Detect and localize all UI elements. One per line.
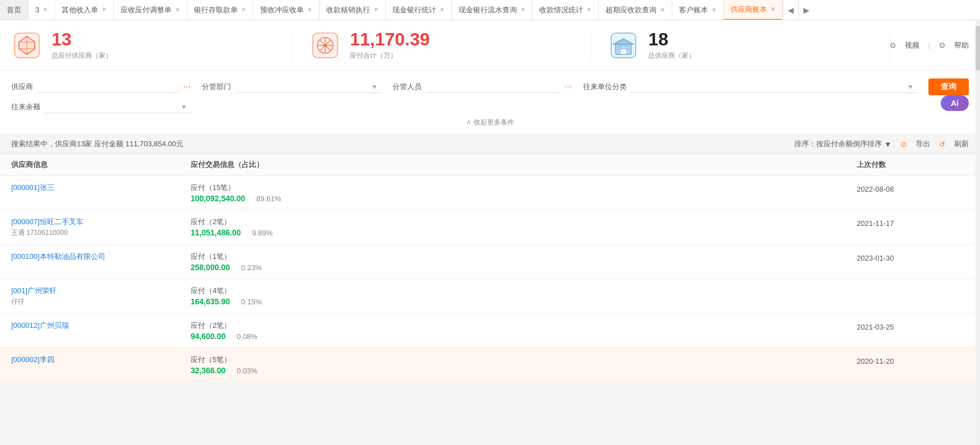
sort-label: 排序：按应付余额倒序排序	[794, 139, 882, 149]
nav-tab-receipt-stat[interactable]: 收款情况统计 ✕	[533, 0, 599, 20]
nav-prev-arrow[interactable]: ◀	[783, 0, 798, 20]
category-select[interactable]	[635, 82, 907, 91]
nav-tab-cash-stat-label: 现金银行统计	[392, 5, 436, 15]
supplier-info-2: [000007]恒旺二手叉车 王通 17106110000	[11, 217, 191, 238]
nav-tab-3[interactable]: 3 ✕	[29, 0, 55, 20]
supplier-link-5[interactable]: [000012]广州贝瑞	[11, 321, 69, 330]
nav-tab-overdue-label: 超期应收款查询	[605, 5, 657, 15]
category-label: 往来单位分类	[583, 82, 627, 92]
transaction-info-1: 应付（15笔） 100,092,540.00 89.61%	[191, 183, 857, 203]
export-button[interactable]: 导出	[916, 139, 930, 149]
query-button[interactable]: 查询	[928, 78, 969, 95]
supplier-link-3[interactable]: [000100]本特勒油品有限公司	[11, 252, 105, 261]
nav-tab-cash-flow[interactable]: 现金银行流水查询 ✕	[452, 0, 533, 20]
col-header-transaction: 应付交易信息（占比）	[191, 160, 857, 170]
nav-tab-overdue[interactable]: 超期应收款查询 ✕	[599, 0, 672, 20]
transaction-pct-6: 0.03%	[237, 367, 257, 375]
nav-tab-cash-flow-close[interactable]: ✕	[520, 6, 525, 13]
transaction-amount-1[interactable]: 100,092,540.00	[191, 194, 245, 203]
transaction-amount-2[interactable]: 11,051,486.00	[191, 228, 241, 237]
svg-rect-19	[626, 47, 629, 49]
nav-tab-other-income[interactable]: 其他收入单 ✕	[55, 0, 114, 20]
supplier-dots-icon[interactable]: ···	[183, 82, 191, 92]
video-icon: ⊙	[890, 41, 896, 49]
transaction-pct-4: 0.15%	[241, 298, 262, 306]
nav-tab-customer-book[interactable]: 客户账本 ✕	[672, 0, 724, 20]
col-header-lastpay: 上次付数	[857, 160, 969, 170]
nav-tab-prepaid-close[interactable]: ✕	[307, 6, 312, 13]
help-link[interactable]: 帮助	[954, 40, 969, 50]
supplier-label: 供应商	[11, 82, 33, 92]
transaction-row-4: 164,635.90 0.15%	[191, 297, 857, 306]
nav-tab-overdue-close[interactable]: ✕	[660, 6, 665, 13]
refresh-icon: ↺	[939, 140, 945, 149]
nav-tab-cash-stat-close[interactable]: ✕	[440, 6, 445, 13]
supplier-info-3: [000100]本特勒油品有限公司	[11, 252, 191, 262]
nav-tab-cash-stat[interactable]: 现金银行统计 ✕	[386, 0, 452, 20]
nav-tab-other-income-close[interactable]: ✕	[101, 6, 107, 13]
transaction-info-5: 应付（2笔） 94,600.00 0.08%	[191, 321, 857, 341]
result-summary: 搜索结果中，供应商13家 应付金额 111,703,854.00元	[11, 139, 183, 149]
nav-tab-3-close[interactable]: ✕	[43, 6, 48, 13]
nav-tab-bank-deposit[interactable]: 银行存取款单 ✕	[187, 0, 253, 20]
nav-tab-receipt-stat-close[interactable]: ✕	[586, 6, 591, 13]
transaction-label-5: 应付（2笔）	[191, 321, 857, 331]
person-label: 分管人员	[392, 82, 422, 92]
dept-select[interactable]	[239, 82, 371, 91]
balance-select-wrapper[interactable]: ▼	[45, 101, 191, 113]
nav-tab-bank-deposit-close[interactable]: ✕	[241, 6, 246, 13]
supplier-link-4[interactable]: [001]广州荣轩	[11, 286, 57, 295]
nav-tab-supplier-book-close[interactable]: ✕	[770, 6, 775, 13]
nav-tab-home-label: 首页	[7, 5, 21, 15]
scroll-thumb[interactable]	[976, 26, 980, 71]
nav-tab-collection[interactable]: 收款核销执行 ✕	[320, 0, 386, 20]
ai-button[interactable]: Ai	[941, 95, 969, 111]
scrollbar[interactable]	[976, 20, 980, 382]
supplier-link-6[interactable]: [000002]李四	[11, 355, 54, 364]
transaction-amount-3[interactable]: 258,000.00	[191, 263, 230, 272]
person-input[interactable]	[426, 81, 560, 93]
supplier-info-4: [001]广州荣轩 仔仔	[11, 286, 191, 307]
nav-tab-home[interactable]: 首页	[0, 0, 29, 20]
nav-tab-prepaid[interactable]: 预收冲应收单 ✕	[253, 0, 320, 20]
transaction-pct-3: 0.23%	[241, 263, 262, 272]
transaction-label-4: 应付（4笔）	[191, 286, 857, 296]
supplier-link-1[interactable]: [000001]张三	[11, 183, 54, 192]
transaction-info-2: 应付（2笔） 11,051,486.00 9.89%	[191, 217, 857, 237]
supplier-input[interactable]	[38, 81, 179, 93]
search-row-1: 供应商 ··· 分管部门 ▼ 分管人员 ··· 往来单位分类 ▼ 查询	[11, 78, 969, 95]
table-row: [000002]李四 应付（5笔） 32,366.00 0.03% 2020-1…	[0, 348, 980, 382]
person-dots-icon[interactable]: ···	[565, 82, 572, 92]
lastpay-3: 2023-01-30	[857, 252, 969, 262]
video-link[interactable]: 视频	[905, 40, 919, 50]
nav-tab-supplier-book[interactable]: 供应商账本 ✕	[724, 0, 783, 20]
category-select-wrapper[interactable]: ▼	[631, 81, 917, 93]
nav-tab-collection-close[interactable]: ✕	[373, 6, 378, 13]
nav-tab-customer-book-close[interactable]: ✕	[711, 6, 716, 13]
svg-rect-17	[621, 45, 626, 49]
nav-next-arrow[interactable]: ▶	[798, 0, 814, 20]
summary-bar: 13 总应付供应商（家） 11,170.39 应付合计（万）	[0, 20, 980, 71]
rice-icon	[309, 30, 341, 61]
lastpay-1: 2022-08-08	[857, 183, 969, 193]
transaction-pct-1: 89.61%	[256, 194, 281, 203]
svg-point-12	[323, 44, 327, 47]
balance-select[interactable]	[48, 103, 181, 111]
transaction-amount-4[interactable]: 164,635.90	[191, 297, 230, 306]
payable-suppliers-number: 13	[52, 30, 112, 49]
nav-tab-adjustment-close[interactable]: ✕	[175, 6, 180, 13]
payable-amount-number: 11,170.39	[350, 30, 429, 49]
nav-tab-adjustment[interactable]: 应收应付调整单 ✕	[114, 0, 187, 20]
sort-button[interactable]: 排序：按应付余额倒序排序 ▼	[794, 139, 891, 149]
supplier-link-2[interactable]: [000007]恒旺二手叉车	[11, 217, 84, 226]
col-header-supplier: 供应商信息	[11, 160, 191, 170]
refresh-button[interactable]: 刷新	[954, 139, 969, 149]
person-field: 分管人员 ···	[392, 81, 572, 93]
dept-field: 分管部门 ▼	[202, 81, 381, 93]
dept-select-wrapper[interactable]: ▼	[235, 81, 381, 93]
transaction-pct-5: 0.08%	[237, 332, 257, 341]
sort-icon: ▼	[884, 140, 891, 149]
transaction-amount-5[interactable]: 94,600.00	[191, 332, 225, 341]
transaction-amount-6[interactable]: 32,366.00	[191, 366, 225, 375]
collapse-bar[interactable]: ∧ 收起更多条件	[11, 115, 969, 129]
